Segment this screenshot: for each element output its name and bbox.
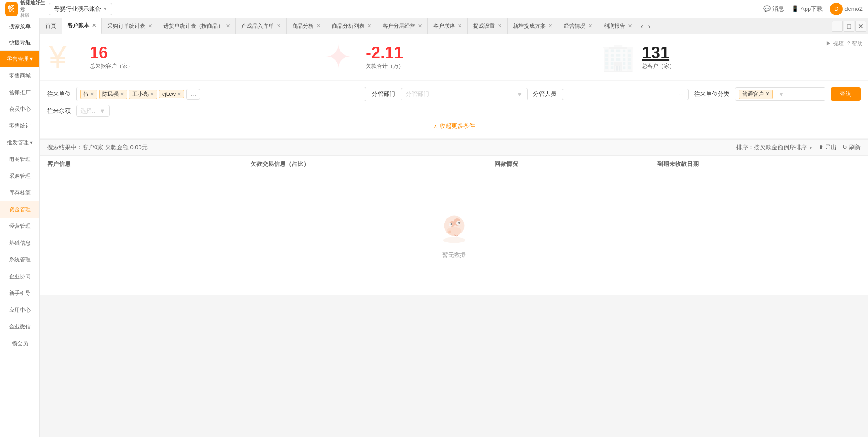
message-icon: 💬 xyxy=(763,5,771,12)
empty-illustration xyxy=(436,209,472,246)
tab-close-button[interactable]: ✕ xyxy=(855,21,866,32)
video-help-button[interactable]: ▶ 视频 xyxy=(826,40,844,48)
filter-tag-normal-customer[interactable]: 普通客户 ✕ xyxy=(739,90,773,99)
close-icon[interactable]: ✕ xyxy=(498,23,502,29)
sidebar-item-purchase-mgmt[interactable]: 采购管理 xyxy=(0,168,39,185)
sidebar-item-ecommerce[interactable]: 电商管理 xyxy=(0,151,39,168)
remove-tag-chen[interactable]: ✕ xyxy=(120,91,124,97)
close-icon[interactable]: ✕ xyxy=(628,23,632,29)
sidebar-item-marketing[interactable]: 营销推广 xyxy=(0,84,39,101)
close-icon[interactable]: ✕ xyxy=(277,23,281,29)
close-icon[interactable]: ✕ xyxy=(367,23,371,29)
sidebar-search[interactable]: 搜索菜单 xyxy=(0,18,39,35)
close-icon[interactable]: ✕ xyxy=(148,23,152,29)
tab-purchase-order-stats[interactable]: 采购订单统计表 ✕ xyxy=(102,18,158,34)
sidebar-item-retail-mgmt[interactable]: 零售管理 ▾ xyxy=(0,51,39,67)
sidebar-item-enterprise-wechat[interactable]: 企业微信 xyxy=(0,318,39,335)
filter-tag-chen[interactable]: 陈民强 ✕ xyxy=(99,90,127,99)
sidebar-item-member-center[interactable]: 会员中心 xyxy=(0,101,39,118)
stat-card-debt: ✦ -2.11 欠款合计（万） xyxy=(316,34,592,80)
sidebar-item-finance-mgmt[interactable]: 资金管理 xyxy=(0,201,39,218)
tab-customer-ledger[interactable]: 客户账本 ✕ xyxy=(62,18,102,34)
sidebar-item-chang-member[interactable]: 畅会员 xyxy=(0,335,39,352)
unit-filter-tags[interactable]: 伍 ✕ 陈民强 ✕ 王小亮 ✕ cjttcw ✕ xyxy=(76,87,366,101)
filter-tag-wu[interactable]: 伍 ✕ xyxy=(80,90,97,99)
remove-normal-customer-tag[interactable]: ✕ xyxy=(765,91,770,97)
sidebar-item-app-center[interactable]: 应用中心 xyxy=(0,302,39,318)
tab-home[interactable]: 首页 xyxy=(40,18,62,34)
balance-filter-select[interactable]: 选择... ▼ xyxy=(76,105,110,117)
sidebar-item-inventory[interactable]: 库存核算 xyxy=(0,185,39,201)
staff-filter-select[interactable]: ··· xyxy=(562,89,689,100)
top-right-actions: 💬 消息 📱 App下载 D demo2 xyxy=(763,3,863,15)
tab-business-situation[interactable]: 经营情况 ✕ xyxy=(558,18,598,34)
total-customers-number: 131 xyxy=(642,43,854,62)
close-icon[interactable]: ✕ xyxy=(418,23,422,29)
tab-label: 商品分析列表 xyxy=(332,22,364,30)
logo: 畅 畅捷通好生意 标版 xyxy=(5,0,45,19)
tab-minimize-button[interactable]: — xyxy=(832,21,843,32)
close-icon[interactable]: ✕ xyxy=(226,23,230,29)
sort-select[interactable]: 排序：按欠款金额倒序排序 ▼ xyxy=(736,143,813,152)
user-menu[interactable]: D demo2 xyxy=(830,3,863,15)
tab-scroll-left[interactable]: ‹ xyxy=(638,18,646,34)
sidebar-item-system-mgmt[interactable]: 系统管理 xyxy=(0,252,39,268)
query-button[interactable]: 查询 xyxy=(831,87,861,101)
tab-product-analysis[interactable]: 商品分析 ✕ xyxy=(287,18,326,34)
tab-controls: — □ ✕ xyxy=(832,21,868,32)
tab-profit-report[interactable]: 利润报告 ✕ xyxy=(598,18,638,34)
export-button[interactable]: ⬆ 导出 xyxy=(819,143,837,152)
tab-label: 进货单统计表（按商品） xyxy=(163,22,223,30)
tab-scroll-right[interactable]: › xyxy=(646,18,653,34)
close-icon[interactable]: ✕ xyxy=(317,23,321,29)
page-content: ¥ 16 总欠款客户（家） ✦ -2.11 欠款合计（万） 🏢 xyxy=(40,34,868,437)
sidebar-item-new-guide[interactable]: 新手引导 xyxy=(0,285,39,302)
tab-maximize-button[interactable]: □ xyxy=(844,21,854,32)
tab-commission-settings[interactable]: 提成设置 ✕ xyxy=(468,18,508,34)
close-icon[interactable]: ✕ xyxy=(458,23,462,29)
sidebar-item-retail-mall[interactable]: 零售商城 xyxy=(0,67,39,84)
results-bar: 搜索结果中：客户0家 欠款金额 0.00元 排序：按欠款金额倒序排序 ▼ ⬆ 导… xyxy=(40,139,868,156)
staff-more-icon[interactable]: ··· xyxy=(679,91,684,98)
tab-new-commission-plan[interactable]: 新增提成方案 ✕ xyxy=(508,18,558,34)
filter-tag-cjttcw[interactable]: cjttcw ✕ xyxy=(159,90,184,98)
filter-row-2: 往来余额 选择... ▼ xyxy=(47,105,861,117)
phone-icon: 📱 xyxy=(791,5,799,12)
remove-tag-wang[interactable]: ✕ xyxy=(150,91,154,97)
sidebar-item-enterprise-collab[interactable]: 企业协同 xyxy=(0,268,39,285)
sidebar-item-operations-mgmt[interactable]: 经营管理 xyxy=(0,218,39,235)
filter-tag-wang[interactable]: 王小亮 ✕ xyxy=(129,90,157,99)
help-button[interactable]: ? 帮助 xyxy=(847,40,863,48)
content-area: 首页 客户账本 ✕ 采购订单统计表 ✕ 进货单统计表（按商品） ✕ 产成品入库单… xyxy=(40,18,868,437)
unit-category-tags[interactable]: 普通客户 ✕ ▼ xyxy=(735,87,825,101)
app-download-button[interactable]: 📱 App下载 xyxy=(791,5,823,13)
close-icon[interactable]: ✕ xyxy=(92,23,96,28)
sidebar-quick-nav[interactable]: 快捷导航 xyxy=(0,35,39,51)
svg-point-0 xyxy=(443,238,465,243)
refresh-button[interactable]: ↻ 刷新 xyxy=(842,143,861,152)
balance-placeholder: 选择... xyxy=(80,107,97,115)
tab-customer-contact[interactable]: 客户联络 ✕ xyxy=(428,18,468,34)
tab-product-analysis-list[interactable]: 商品分析列表 ✕ xyxy=(326,18,377,34)
sidebar-item-basic-info[interactable]: 基础信息 xyxy=(0,235,39,252)
close-icon[interactable]: ✕ xyxy=(548,23,552,29)
tab-goods-stats[interactable]: 进货单统计表（按商品） ✕ xyxy=(158,18,236,34)
chevron-down-icon: ▼ xyxy=(809,145,813,150)
tab-product-stock[interactable]: 产成品入库单 ✕ xyxy=(236,18,287,34)
filter-area: 往来单位 伍 ✕ 陈民强 ✕ 王小亮 ✕ xyxy=(40,81,868,138)
account-selector[interactable]: 母婴行业演示账套 ▼ xyxy=(49,3,112,15)
staff-filter-label: 分管人员 xyxy=(533,90,556,98)
more-tags-button[interactable]: ... xyxy=(186,89,200,100)
remove-tag-cjttcw[interactable]: ✕ xyxy=(177,91,181,97)
sidebar-item-wholesale-mgmt[interactable]: 批发管理 ▾ xyxy=(0,134,39,151)
tab-customer-layering[interactable]: 客户分层经营 ✕ xyxy=(377,18,428,34)
dept-filter-select[interactable]: 分管部门 ▼ xyxy=(401,88,528,100)
sidebar-item-retail-stats[interactable]: 零售统计 xyxy=(0,118,39,134)
total-debt-customers-number: 16 xyxy=(90,43,302,62)
remove-tag-wu[interactable]: ✕ xyxy=(90,91,94,97)
close-icon[interactable]: ✕ xyxy=(588,23,592,29)
message-label: 消息 xyxy=(772,5,784,13)
message-button[interactable]: 💬 消息 xyxy=(763,5,784,13)
total-debt-amount-label: 欠款合计（万） xyxy=(366,62,578,70)
collapse-filter-button[interactable]: ∧ 收起更多条件 xyxy=(433,120,475,132)
